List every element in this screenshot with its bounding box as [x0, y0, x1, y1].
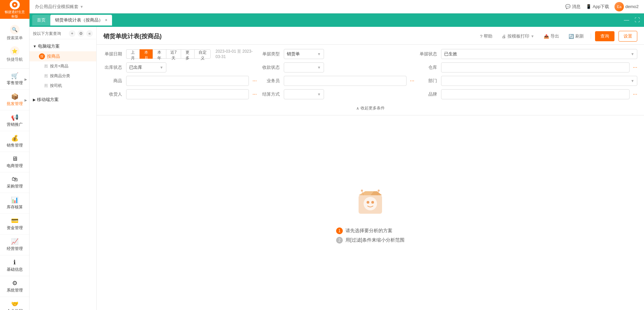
empty-step-2: 2 用[过滤]条件来缩小分析范围	[336, 237, 405, 244]
sidebar-item-inventory[interactable]: 📊 库存核算	[0, 193, 29, 214]
staff-dots[interactable]: ···	[410, 78, 414, 84]
goods-dots[interactable]: ···	[252, 78, 257, 84]
payment-label: 结算方式	[261, 91, 280, 97]
tab-home-label: 首页	[37, 17, 46, 23]
tab-minimize-btn[interactable]: —	[623, 16, 631, 24]
sidebar-item-retail[interactable]: 🛒 零售管理 ▶	[0, 69, 29, 90]
left-panel-header: 按以下方案查询 + ⚙ «	[30, 27, 96, 39]
collapse-icon: ∧	[356, 106, 359, 111]
type-select[interactable]: 销货单 ▼	[284, 49, 324, 59]
settings-btn[interactable]: 设置	[619, 31, 637, 42]
refresh-label: 刷新	[575, 33, 584, 39]
tree-sub-item-driver[interactable]: 图 按司机	[30, 81, 96, 91]
filter-row-2: 出库状态 已出库 ▼ 收款状态 ▼ 仓库	[103, 62, 637, 72]
receipt-status-control: ▼	[284, 62, 415, 72]
date-btn-more[interactable]: 更多	[181, 49, 194, 59]
tree-group-desktop: ▼ 电脑端方案 按 按商品 图 按月+商品 图 按商品分类 图 按司机	[30, 39, 96, 93]
app-download-btn[interactable]: 📱 App下载	[586, 4, 609, 10]
tree-sub-item-month-goods[interactable]: 图 按月+商品	[30, 61, 96, 71]
tree-sub-item-category[interactable]: 图 按商品分类	[30, 71, 96, 81]
receiver-input[interactable]	[126, 89, 249, 99]
out-status-select[interactable]: 已出库 ▼	[126, 62, 166, 72]
dept-label: 部门	[418, 78, 437, 84]
svg-point-2	[364, 197, 377, 210]
export-btn[interactable]: 📤 导出	[541, 32, 562, 41]
receiver-dots[interactable]: ···	[252, 91, 257, 97]
message-btn[interactable]: 💬 消息	[565, 4, 581, 10]
account-dropdown[interactable]: 办公用品行业模拟账套 ▼	[35, 4, 84, 10]
step-1-text: 请先选择要分析的方案	[345, 228, 392, 234]
collapse-panel-btn[interactable]: «	[86, 30, 93, 37]
status-select[interactable]: 已生效 ▼	[441, 49, 637, 59]
export-icon: 📤	[544, 34, 549, 39]
sidebar-logo[interactable]: 畅捷通好生意 标版	[0, 0, 30, 19]
app-download-label: App下载	[593, 4, 609, 10]
management-icon: 📈	[11, 238, 18, 245]
logo-icon	[10, 0, 20, 9]
date-btn-this-year[interactable]: 本年	[153, 49, 166, 59]
sidebar-item-purchase[interactable]: 🛍 采购管理	[0, 172, 29, 193]
filter-collapse-btn[interactable]: ∧ 收起更多条件	[356, 105, 385, 111]
add-scheme-btn[interactable]: +	[69, 30, 75, 37]
date-btn-last-month[interactable]: 上月	[126, 49, 140, 59]
empty-state: 1 请先选择要分析的方案 2 用[过滤]条件来缩小分析范围	[97, 115, 644, 310]
print-btn[interactable]: 🖨 按模板打印 ▼	[499, 32, 537, 41]
sidebar-item-sales[interactable]: 💰 销售管理	[0, 131, 29, 152]
payment-select[interactable]: ▼	[284, 89, 324, 99]
sidebar-item-wholesale[interactable]: 📦 批发管理 ▶	[0, 90, 29, 110]
sidebar-item-basic[interactable]: ℹ 基础信息	[0, 255, 29, 276]
sidebar-item-system[interactable]: ⚙ 系统管理	[0, 276, 29, 297]
sidebar-item-label: 基础信息	[7, 267, 23, 272]
refresh-btn[interactable]: 🔄 刷新	[566, 32, 587, 41]
goods-input[interactable]	[126, 76, 249, 86]
shortcut-nav-item[interactable]: ⭐ 快捷导航	[0, 44, 29, 65]
filter-row-1: 单据日期 上月 本月 本年 近7天 更多 自定义 2023-03-01 至 20…	[103, 49, 637, 59]
sidebar-item-ecommerce[interactable]: 🖥 电商管理	[0, 152, 29, 172]
help-btn[interactable]: ? 帮助	[477, 32, 495, 41]
tab-active[interactable]: 销货单统计表（按商品） ×	[50, 15, 112, 25]
receipt-status-select[interactable]: ▼	[284, 62, 324, 72]
tab-close-icon[interactable]: ×	[105, 18, 107, 22]
svg-point-8	[378, 190, 380, 192]
staff-control: ···	[284, 76, 415, 86]
sidebar-item-management[interactable]: 📈 经营管理	[0, 235, 29, 255]
date-btn-7days[interactable]: 近7天	[166, 49, 181, 59]
warehouse-input[interactable]	[441, 62, 629, 72]
settings-scheme-btn[interactable]: ⚙	[77, 30, 84, 37]
date-btn-custom[interactable]: 自定义	[194, 49, 211, 59]
tree-item-by-goods[interactable]: 按 按商品	[30, 51, 96, 61]
purchase-icon: 🛍	[12, 176, 18, 183]
tab-maximize-btn[interactable]: ⛶	[633, 16, 641, 24]
warehouse-label: 仓库	[418, 64, 437, 70]
tab-home[interactable]: 首页	[32, 15, 50, 25]
search-menu-item[interactable]: 🔍 搜索菜单	[0, 22, 29, 44]
query-btn[interactable]: 查询	[595, 31, 614, 41]
message-icon: 💬	[565, 4, 571, 9]
action-divider	[591, 34, 591, 39]
receipt-status-label: 收款状态	[261, 64, 280, 70]
sidebar-item-label: 资金管理	[7, 225, 23, 231]
sidebar-item-label: 销售管理	[7, 143, 23, 148]
date-range-text: 2023-03-01 至 2023-03-31	[215, 49, 257, 59]
date-btn-this-month[interactable]: 本月	[140, 49, 153, 59]
sidebar-item-marketing[interactable]: 📢 营销推广	[0, 110, 29, 131]
user-profile-btn[interactable]: Ea demo2	[614, 2, 639, 11]
brand-input[interactable]	[441, 89, 629, 99]
shortcut-icon: ⭐	[10, 46, 19, 56]
empty-step-1: 1 请先选择要分析的方案	[336, 227, 405, 234]
sidebar-item-enterprise[interactable]: 🤝 企业协同	[0, 297, 29, 310]
type-label: 单据类型	[261, 51, 280, 57]
staff-input[interactable]	[284, 76, 407, 86]
brand-dots[interactable]: ···	[633, 91, 637, 97]
sidebar-item-finance[interactable]: 💳 资金管理	[0, 214, 29, 235]
date-control: 上月 本月 本年 近7天 更多 自定义 2023-03-01 至 2023-03…	[126, 49, 257, 59]
warehouse-dots[interactable]: ···	[633, 64, 637, 70]
sidebar-item-label: 系统管理	[7, 288, 23, 293]
tabbar: 首页 销货单统计表（按商品） × — ⛶	[30, 13, 644, 27]
dept-select[interactable]: ▼	[441, 76, 637, 86]
date-btn-group: 上月 本月 本年 近7天 更多 自定义	[126, 49, 211, 59]
out-status-control: 已出库 ▼	[126, 62, 257, 72]
search-icon: 🔍	[10, 25, 19, 34]
tree-group-desktop-header[interactable]: ▼ 电脑端方案	[30, 41, 96, 51]
tree-group-mobile-header[interactable]: ▶ 移动端方案	[30, 95, 96, 105]
